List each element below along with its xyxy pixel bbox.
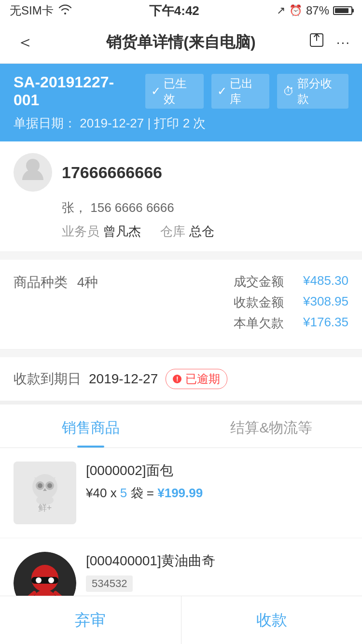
debt-value: ¥176.35 <box>303 315 348 332</box>
product-price-1: ¥40 x 5 袋 = ¥199.99 <box>86 485 348 502</box>
check-icon-1: ✓ <box>151 84 161 98</box>
order-date-row: 单据日期： 2019-12-27 | 打印 2 次 <box>14 115 348 132</box>
nav-bar: ＜ 销货单详情(来自电脑) ··· <box>0 21 362 64</box>
svg-rect-13 <box>31 577 58 584</box>
order-date: 2019-12-27 <box>80 116 144 130</box>
date-label: 单据日期： <box>14 116 76 130</box>
sales-name: 曾凡杰 <box>103 223 141 240</box>
product-sku-2: 534532 <box>86 575 133 592</box>
order-id: SA-20191227-001 <box>14 73 138 109</box>
overdue-text: 已逾期 <box>185 371 220 387</box>
battery-percent: 87% <box>306 4 329 17</box>
carrier-text: 无SIM卡 <box>10 3 54 18</box>
clock-icon: ⏱ <box>283 84 294 98</box>
badge-effective: ✓ 已生效 <box>145 74 203 109</box>
stats-row: 商品种类 4种 成交金额 ¥485.30 收款金额 ¥308.95 本单欠款 ¥… <box>14 273 348 336</box>
badge-partial: ⏱ 部分收款 <box>277 74 348 109</box>
customer-meta: 业务员 曾凡杰 仓库 总仓 <box>14 223 348 240</box>
unit-1: 袋 <box>131 486 143 500</box>
check-icon-2: ✓ <box>217 84 227 98</box>
more-icon[interactable]: ··· <box>336 35 350 50</box>
status-right: ↗ ⏰ 87% <box>277 4 352 17</box>
stats-section: 商品种类 4种 成交金额 ¥485.30 收款金额 ¥308.95 本单欠款 ¥… <box>0 260 362 350</box>
product-name-2: [000400001]黄油曲奇 <box>86 552 348 570</box>
warehouse-label: 仓库 <box>160 223 185 240</box>
customer-phone: 17666666666 <box>62 163 162 182</box>
received-value: ¥308.95 <box>303 294 348 311</box>
customer-contact: 张， 156 6666 6666 <box>14 199 348 216</box>
amount-value: ¥485.30 <box>303 273 348 290</box>
debt-row: 本单欠款 ¥176.35 <box>234 315 348 332</box>
order-id-row: SA-20191227-001 ✓ 已生效 ✓ 已出库 ⏱ 部分收款 <box>14 73 348 109</box>
total-1: ¥199.99 <box>157 486 203 500</box>
product-count: 商品种类 4种 <box>14 273 98 292</box>
customer-row: 17666666666 <box>14 153 348 192</box>
overdue-badge: ! 已逾期 <box>166 369 227 389</box>
customer-phone-num: 156 6666 6666 <box>90 200 174 215</box>
list-item: 鲜+ [0000002]面包 ¥40 x 5 袋 = ¥199.99 <box>0 448 362 538</box>
svg-point-15 <box>48 577 54 583</box>
tab-section: 销售商品 结算&物流等 <box>0 405 362 448</box>
product-name-1: [0000002]面包 <box>86 462 348 480</box>
debt-label: 本单欠款 <box>234 315 284 332</box>
product-thumbnail-1: 鲜+ <box>14 462 76 524</box>
due-label: 收款到期日 <box>14 370 81 388</box>
price-1: ¥40 <box>86 486 107 500</box>
type-count: 4种 <box>77 275 98 290</box>
amounts: 成交金额 ¥485.30 收款金额 ¥308.95 本单欠款 ¥176.35 <box>234 273 348 336</box>
tab-sales-products[interactable]: 销售商品 <box>0 405 181 448</box>
avatar-icon <box>18 155 47 190</box>
cancel-button[interactable]: 弃审 <box>0 596 181 644</box>
amount-row: 成交金额 ¥485.30 <box>234 273 348 290</box>
customer-name-text: 张， <box>62 200 87 215</box>
received-row: 收款金额 ¥308.95 <box>234 294 348 311</box>
tab-settlement[interactable]: 结算&物流等 <box>181 405 362 448</box>
share-icon[interactable] <box>308 32 325 53</box>
avatar <box>14 153 52 192</box>
status-time: 下午4:42 <box>149 2 199 19</box>
svg-point-14 <box>36 577 42 583</box>
status-left: 无SIM卡 <box>10 3 72 18</box>
battery-icon <box>333 6 352 15</box>
back-button[interactable]: ＜ <box>12 26 39 59</box>
svg-point-5 <box>38 483 42 488</box>
warehouse-info: 仓库 总仓 <box>160 223 214 240</box>
warehouse-name: 总仓 <box>189 223 214 240</box>
received-label: 收款金额 <box>234 294 284 311</box>
sales-info: 业务员 曾凡杰 <box>62 223 141 240</box>
print-info: | 打印 2 次 <box>147 116 206 130</box>
due-section: 收款到期日 2019-12-27 ! 已逾期 <box>0 357 362 405</box>
order-header: SA-20191227-001 ✓ 已生效 ✓ 已出库 ⏱ 部分收款 单据日期：… <box>0 64 362 141</box>
wifi-icon <box>58 4 72 17</box>
type-label: 商品种类 <box>14 275 68 290</box>
bottom-bar: 弃审 收款 <box>0 596 362 644</box>
confirm-button[interactable]: 收款 <box>181 596 362 644</box>
nav-actions: ··· <box>308 32 350 53</box>
amount-label: 成交金额 <box>234 273 284 290</box>
svg-point-6 <box>47 483 52 488</box>
due-date: 2019-12-27 <box>89 371 158 387</box>
product-info-1: [0000002]面包 ¥40 x 5 袋 = ¥199.99 <box>86 462 348 502</box>
status-bar: 无SIM卡 下午4:42 ↗ ⏰ 87% <box>0 0 362 21</box>
alarm-icon: ⏰ <box>289 4 302 17</box>
page-title: 销货单详情(来自电脑) <box>106 32 255 53</box>
badge-shipped: ✓ 已出库 <box>211 74 269 109</box>
location-icon: ↗ <box>277 4 285 17</box>
qty-1: 5 <box>120 486 127 500</box>
customer-section: 17666666666 张， 156 6666 6666 业务员 曾凡杰 仓库 … <box>0 141 362 252</box>
sales-label: 业务员 <box>62 223 99 240</box>
overdue-dot-icon: ! <box>173 375 181 383</box>
